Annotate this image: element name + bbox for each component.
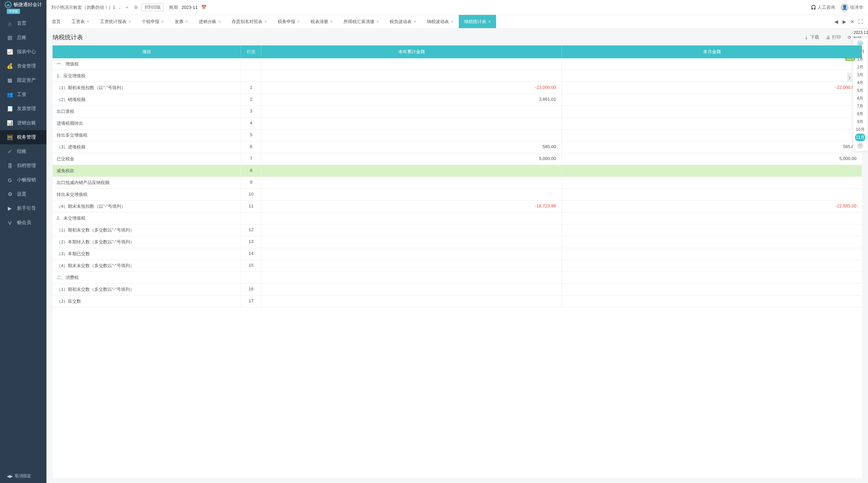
sidebar-item-1[interactable]: ▤总账 [0, 31, 46, 45]
tab-6[interactable]: 存货别名对照表× [226, 15, 272, 28]
sidebar-item-0[interactable]: ⌂首页 [0, 16, 46, 31]
month-item[interactable]: 8月 [855, 110, 865, 118]
table-row[interactable]: 已交税金75,000.005,000.00 [53, 153, 862, 165]
table-row[interactable]: （1）期初未交数（多交数以"-"号填列）16 [53, 284, 862, 296]
tab-9[interactable]: 所得税汇算清缴× [338, 15, 384, 28]
nav-icon: V [7, 220, 13, 226]
close-icon[interactable]: × [87, 19, 89, 24]
close-icon[interactable]: × [297, 19, 300, 24]
table-row[interactable]: 出口抵减内销产品应纳税额9 [53, 177, 862, 189]
calendar-icon[interactable]: 📅 [201, 5, 206, 10]
sidebar-item-2[interactable]: 📈报表中心 [0, 45, 46, 59]
period-value: 2023-11 [181, 5, 198, 10]
cell-year-amount: 3,861.01 [261, 94, 561, 105]
tab-close-all[interactable]: ✕ [848, 19, 856, 24]
cell-year-amount [261, 224, 561, 236]
sidebar-item-5[interactable]: 👥工资 [0, 87, 46, 102]
close-icon[interactable]: × [330, 19, 333, 24]
tab-11[interactable]: 纳税波动表× [421, 15, 459, 28]
close-icon[interactable]: × [414, 19, 416, 24]
print-button[interactable]: 🖨打印 [826, 34, 841, 40]
table-row[interactable]: （3）进项税额6585.00585.00 [53, 141, 862, 153]
cell-rowno: 6 [241, 141, 261, 153]
period-label: 账期 [169, 4, 178, 11]
close-icon[interactable]: × [488, 19, 491, 24]
table-row[interactable]: （1）期初未交数（多交数以"-"号填列）12 [53, 224, 862, 236]
tab-scroll-right[interactable]: ▶ [840, 19, 848, 24]
table-row[interactable]: 2、未交增值税 [53, 213, 862, 224]
sidebar-item-3[interactable]: 💰资金管理 [0, 59, 46, 73]
tab-8[interactable]: 税表清册× [305, 15, 338, 28]
fullscreen-icon[interactable]: ⛶ [856, 19, 865, 24]
period-year-selector[interactable]: 2023.11 [852, 28, 868, 37]
switch-old-button[interactable]: 切到旧版 [141, 3, 164, 11]
month-item[interactable]: 7月 [855, 102, 865, 110]
month-item[interactable]: 5月 [855, 87, 865, 95]
nav-label: 首页 [17, 20, 26, 26]
table-row[interactable]: 一、增值税 [53, 58, 862, 70]
tab-0[interactable]: 首页 [46, 15, 66, 28]
help-link[interactable]: 🎧 人工咨询 [811, 4, 835, 11]
close-icon[interactable]: × [264, 19, 267, 24]
close-icon[interactable]: × [185, 19, 188, 24]
user-menu[interactable]: 👤 徐泽华 [841, 3, 863, 12]
table-row[interactable]: 转出多交增值税5 [53, 129, 862, 141]
table-row[interactable]: 1、应交增值税 [53, 70, 862, 82]
table-row[interactable]: 出口退税3 [53, 106, 862, 118]
tab-3[interactable]: 个税申报× [136, 15, 169, 28]
cell-rowno [241, 70, 261, 82]
close-icon[interactable]: × [161, 19, 164, 24]
table-row[interactable]: 二、消费税 [53, 272, 862, 284]
sidebar-item-13[interactable]: ▶新手引导 [0, 201, 46, 216]
sidebar-item-7[interactable]: 📊进销台账 [0, 116, 46, 130]
close-icon[interactable]: × [218, 19, 221, 24]
tab-10[interactable]: 税负波动表× [384, 15, 421, 28]
cell-rowno [241, 58, 261, 70]
sidebar-item-12[interactable]: ⚙设置 [0, 187, 46, 201]
month-item[interactable]: 11月 [855, 134, 865, 141]
month-item[interactable]: 3月 [855, 71, 865, 79]
table-row[interactable]: 转出未交增值税10 [53, 189, 862, 201]
sidebar-item-4[interactable]: ▦固定资产 [0, 73, 46, 87]
month-item[interactable]: 9月 [855, 118, 865, 126]
close-icon[interactable]: × [451, 19, 453, 24]
month-item[interactable]: 2月 [855, 63, 865, 71]
table-row[interactable]: 减免税款8 [53, 165, 862, 177]
tab-5[interactable]: 进销台账× [193, 15, 226, 28]
table-row[interactable]: （2）销项税额23,861.01 [53, 94, 862, 106]
brand-logo[interactable]: ☁ 畅捷通好会计 专业版 [0, 0, 46, 14]
cell-item: （4）期末未抵扣数（以"-"号填列） [53, 201, 241, 212]
tab-12[interactable]: 纳税统计表× [459, 15, 496, 28]
table-row[interactable]: （4）期末未抵扣数（以"-"号填列）11-18,723.99-22,585.00 [53, 201, 862, 213]
tab-1[interactable]: 工资表× [66, 15, 95, 28]
sidebar-item-6[interactable]: 🧾发票管理 [0, 102, 46, 116]
sidebar-item-11[interactable]: G小畅报销 [0, 173, 46, 187]
sidebar-item-8[interactable]: 🧮税务管理 [0, 130, 46, 144]
month-item[interactable]: 4月 [855, 79, 865, 87]
table-row[interactable]: （2）本期转入数（多交数以"-"号填列）13 [53, 236, 862, 248]
sidebar-item-10[interactable]: 🗄归档管理 [0, 159, 46, 173]
sidebar-item-14[interactable]: V畅会员 [0, 216, 46, 230]
sidebar-item-9[interactable]: ✓结账 [0, 144, 46, 159]
table-row[interactable]: （4）期末未交数（多交数以"-"号填列）15 [53, 260, 862, 272]
settings-icon[interactable]: ⚙ [134, 5, 138, 10]
panel-pull-handle[interactable]: ❯ [847, 73, 852, 82]
tab-7[interactable]: 税务申报× [272, 15, 305, 28]
table-row[interactable]: （2）应交数17 [53, 296, 862, 307]
tab-4[interactable]: 发票× [169, 15, 193, 28]
close-icon[interactable]: × [376, 19, 379, 24]
download-button[interactable]: ⭳下载 [804, 34, 819, 40]
chevron-down-icon[interactable]: ⌄ [118, 5, 121, 10]
month-item[interactable]: 6月 [855, 95, 865, 102]
month-item[interactable]: 10月 [855, 126, 865, 134]
table-row[interactable]: （1）期初未抵扣数（以"-"号填列）1-22,000.00-22,000.00 [53, 82, 862, 94]
account-selector[interactable]: 刘小艳演示账套（勿删勿动！）1 ⌄ [51, 4, 121, 11]
close-icon[interactable]: × [129, 19, 131, 24]
add-account-button[interactable]: ＋ [125, 4, 129, 11]
table-row[interactable]: 进项税额转出4 [53, 118, 862, 129]
tab-scroll-left[interactable]: ◀ [832, 19, 840, 24]
table-row[interactable]: （3）本期已交数14 [53, 248, 862, 260]
pin-toggle[interactable]: ◀▶ 取消固定 [0, 469, 46, 483]
tab-2[interactable]: 工资统计报表× [95, 15, 136, 28]
scroll-down-icon[interactable]: ︾ [857, 143, 863, 149]
